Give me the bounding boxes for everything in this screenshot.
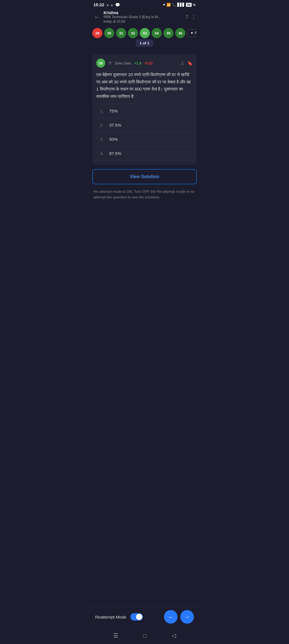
page-tooltip: 1 of 1 bbox=[136, 39, 153, 47]
q-num-30[interactable]: 30 bbox=[104, 28, 114, 38]
user-name: Krishna bbox=[104, 10, 118, 15]
nav-buttons: ← → bbox=[164, 610, 194, 624]
prev-button[interactable]: ← bbox=[164, 610, 178, 624]
reattempt-toggle[interactable] bbox=[130, 613, 143, 621]
q-num-31[interactable]: 31 bbox=[116, 28, 126, 38]
option-3-text: 50% bbox=[109, 137, 118, 142]
quiz-subtitle: today at 15:04 bbox=[104, 20, 183, 23]
battery-percent: % bbox=[193, 3, 196, 7]
option-4-num: 4. bbox=[100, 151, 106, 156]
option-4-text: 87.5% bbox=[109, 151, 121, 156]
q-num-35[interactable]: 35 bbox=[163, 28, 174, 38]
top-bar: ← Krishna RRB Technician Grade 3 (Easy t… bbox=[89, 8, 200, 26]
option-2[interactable]: 2. 37.5% bbox=[96, 118, 193, 132]
options-container: 1. 75% 2. 37.5% 3. 50% 4. 87.5% bbox=[96, 104, 193, 161]
share-icon[interactable]: ⤴ bbox=[186, 14, 188, 20]
android-nav: ☰ □ ◁ bbox=[89, 627, 200, 644]
android-home-icon[interactable]: □ bbox=[143, 632, 146, 639]
bookmark-icon[interactable]: 🔖 bbox=[187, 60, 193, 66]
score-positive: +1.0 bbox=[134, 61, 141, 65]
top-bar-center: Krishna RRB Technician Grade 3 (Easy to … bbox=[104, 10, 183, 23]
option-1-text: 75% bbox=[109, 109, 118, 113]
question-text: एक बेईमान दुकानदार 20 रुपये प्रति किलोग्… bbox=[96, 71, 193, 100]
reattempt-note: Re-attempt mode is ON. Turn OFF the Re-a… bbox=[93, 189, 196, 200]
top-bar-actions: ⤴ ⋮ bbox=[186, 14, 196, 20]
app-title: Krishna bbox=[104, 10, 183, 15]
alert-icon[interactable]: ⚠ bbox=[180, 60, 184, 66]
option-2-text: 37.5% bbox=[109, 123, 121, 127]
option-4[interactable]: 4. 87.5% bbox=[96, 146, 193, 161]
signal-icon: ▲ ▲ bbox=[106, 3, 113, 7]
question-strip-wrapper: 29 30 31 32 33 34 35 36 ▼ Filters 1 of 1 bbox=[89, 26, 200, 40]
bluetooth-icon: ✦ bbox=[163, 3, 165, 7]
android-back-icon[interactable]: ◁ bbox=[172, 632, 176, 639]
meta-icons: ⚠ 🔖 bbox=[180, 60, 193, 66]
android-menu-icon[interactable]: ☰ bbox=[113, 632, 118, 639]
view-solution-button[interactable]: View Solution bbox=[92, 169, 197, 184]
q-num-32[interactable]: 32 bbox=[128, 28, 138, 38]
signal-bars-icon: ▋▋▋ bbox=[177, 3, 185, 7]
bottom-bar: Reattempt Mode ← → bbox=[89, 606, 200, 627]
filter-icon: ▼ bbox=[190, 31, 194, 35]
question-card: 35 ⏱ 1min 2sec +1.0 -0.33 ⚠ 🔖 एक बेईमान … bbox=[92, 55, 197, 165]
prev-icon: ← bbox=[168, 614, 174, 620]
question-meta: 35 ⏱ 1min 2sec +1.0 -0.33 ⚠ 🔖 bbox=[96, 59, 193, 68]
score-negative: -0.33 bbox=[144, 61, 153, 65]
chat-icon: 💬 bbox=[115, 3, 120, 7]
option-3[interactable]: 3. 50% bbox=[96, 132, 193, 146]
status-bar: 15:22 ▲ ▲ 💬 ✦ 📶 📞 ▋▋▋ 58 % bbox=[89, 0, 200, 8]
timer-text: 1min 2sec bbox=[115, 61, 131, 65]
status-left: 15:22 ▲ ▲ 💬 bbox=[93, 2, 120, 7]
call-icon: 📞 bbox=[172, 3, 176, 7]
question-badge: 35 bbox=[96, 59, 105, 68]
status-time: 15:22 bbox=[93, 2, 104, 7]
next-icon: → bbox=[184, 614, 190, 620]
q-num-36[interactable]: 36 bbox=[175, 28, 185, 38]
filter-label: Filters bbox=[195, 31, 197, 35]
back-button[interactable]: ← bbox=[93, 13, 101, 21]
q-num-29[interactable]: 29 bbox=[92, 28, 102, 38]
option-3-num: 3. bbox=[100, 137, 106, 142]
reattempt-label: Reattempt Mode bbox=[95, 615, 126, 619]
q-num-34[interactable]: 34 bbox=[152, 28, 162, 38]
battery-icon: 58 bbox=[186, 3, 192, 7]
option-2-num: 2. bbox=[100, 123, 106, 127]
option-1[interactable]: 1. 75% bbox=[96, 104, 193, 118]
timer-icon: ⏱ bbox=[108, 61, 112, 65]
wifi-icon: 📶 bbox=[167, 3, 171, 7]
menu-dots-icon[interactable]: ⋮ bbox=[191, 14, 196, 20]
status-right: ✦ 📶 📞 ▋▋▋ 58 % bbox=[163, 3, 196, 7]
spacer bbox=[89, 204, 200, 244]
q-num-33[interactable]: 33 bbox=[140, 28, 150, 38]
option-1-num: 1. bbox=[100, 109, 106, 113]
filter-button[interactable]: ▼ Filters bbox=[187, 29, 197, 37]
next-button[interactable]: → bbox=[180, 610, 194, 624]
quiz-title: RRB Technician Grade 3 (Easy to M... bbox=[104, 15, 183, 19]
